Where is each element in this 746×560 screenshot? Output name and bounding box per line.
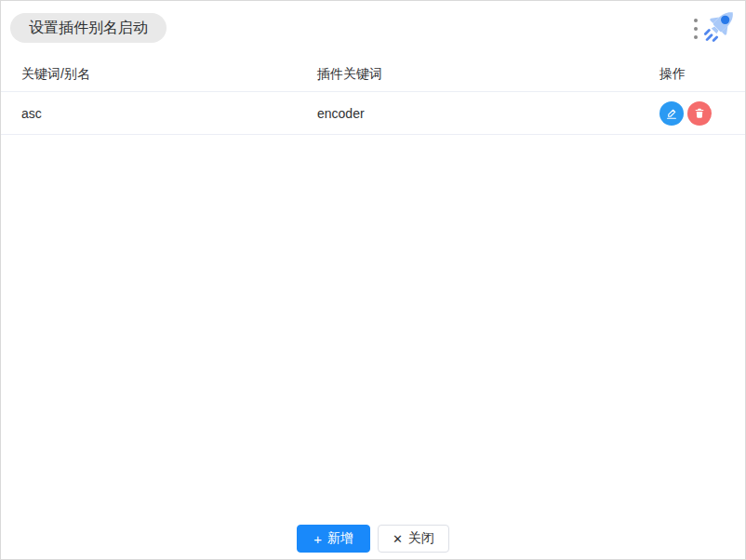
pencil-icon	[665, 107, 678, 120]
rocket-icon[interactable]	[701, 5, 740, 44]
more-menu-icon[interactable]	[692, 17, 699, 41]
footer: + 新增 ✕ 关闭	[1, 525, 745, 553]
delete-button[interactable]	[687, 101, 712, 126]
page-title-label: 设置插件别名启动	[29, 19, 148, 38]
close-button[interactable]: ✕ 关闭	[378, 525, 449, 553]
column-header-alias: 关键词/别名	[21, 66, 317, 83]
header: 设置插件别名启动	[1, 1, 745, 49]
column-header-keyword: 插件关键词	[317, 66, 659, 83]
page-title: 设置插件别名启动	[10, 13, 167, 43]
close-icon: ✕	[393, 533, 403, 545]
table-row: asc encoder	[1, 92, 745, 135]
trash-icon	[693, 107, 706, 120]
cell-actions	[659, 101, 725, 126]
cell-keyword: encoder	[317, 106, 659, 121]
plus-icon: +	[313, 532, 322, 546]
close-button-label: 关闭	[408, 530, 434, 547]
edit-button[interactable]	[659, 101, 684, 126]
header-corner-icons	[692, 5, 740, 44]
alias-table: 关键词/别名 插件关键词 操作 asc encoder	[1, 57, 745, 135]
cell-alias: asc	[21, 106, 317, 121]
plugin-alias-settings-window: 设置插件别名启动	[0, 0, 746, 560]
column-header-actions: 操作	[659, 66, 725, 83]
table-header-row: 关键词/别名 插件关键词 操作	[1, 57, 745, 92]
add-button-label: 新增	[327, 530, 353, 547]
add-button[interactable]: + 新增	[297, 525, 370, 553]
